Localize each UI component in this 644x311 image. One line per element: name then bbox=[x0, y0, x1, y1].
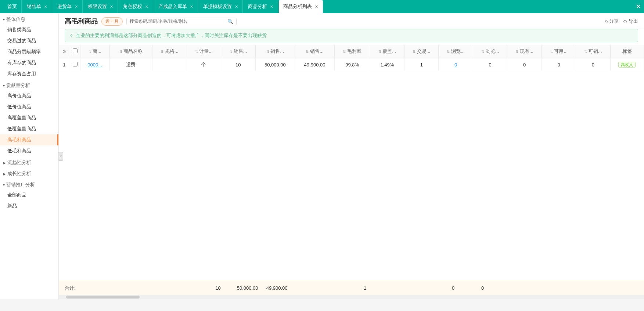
share-button[interactable]: ⎋ 分享 bbox=[605, 18, 619, 25]
toggle-sidebar-button[interactable]: « bbox=[58, 152, 63, 161]
close-icon[interactable]: ✕ bbox=[44, 4, 47, 9]
nav-tab-product-in[interactable]: 产成品入库单 ✕ bbox=[154, 0, 198, 13]
col-current[interactable]: ⇅ 现有... bbox=[507, 45, 542, 58]
col-browse1[interactable]: ⇅ 浏览... bbox=[439, 45, 473, 58]
sidebar-group-contribution[interactable]: ▾ 贡献量分析 bbox=[0, 79, 58, 90]
close-icon[interactable]: ✕ bbox=[110, 4, 113, 9]
footer-sales-count: 10 bbox=[204, 285, 233, 291]
nav-tab-role[interactable]: 角色授权 ✕ bbox=[119, 0, 153, 13]
sidebar-item-low-value[interactable]: 低价值商品 bbox=[0, 101, 58, 112]
nav-tab-purchase[interactable]: 进货单 ✕ bbox=[53, 0, 83, 13]
collapse-icon: ▶ bbox=[3, 161, 6, 165]
horizontal-scrollbar[interactable] bbox=[59, 295, 644, 299]
cell-code[interactable]: 0000... bbox=[80, 58, 109, 71]
col-checkbox[interactable] bbox=[70, 45, 80, 58]
cell-browse1[interactable]: 0 bbox=[439, 58, 473, 71]
col-unit[interactable]: ⇅ 计量... bbox=[187, 45, 221, 58]
cell-sales-count: 10 bbox=[221, 58, 255, 71]
nav-tab-sales[interactable]: 销售单 ✕ bbox=[22, 0, 52, 13]
filter-month-button[interactable]: 近一月 bbox=[101, 17, 123, 26]
close-icon[interactable]: ✕ bbox=[190, 4, 193, 9]
close-icon[interactable]: ✕ bbox=[145, 4, 148, 9]
cell-transaction: 1 bbox=[404, 58, 439, 71]
header-actions: ⎋ 分享 ⊙ 导出 bbox=[605, 18, 638, 25]
collapse-icon: ▾ bbox=[3, 18, 5, 22]
table-footer: 合计: 10 50,000.00 49,900.00 1 0 0 bbox=[59, 281, 644, 295]
footer-sales-amount: 50,000.00 bbox=[233, 285, 262, 291]
nav-tab-analysis-list[interactable]: 商品分析列表 ✕ bbox=[279, 0, 323, 13]
sidebar-item-contribution-freq[interactable]: 商品分贡献频率 bbox=[0, 46, 58, 57]
cell-checkbox[interactable] bbox=[70, 58, 80, 71]
sidebar-item-in-stock[interactable]: 有库存的商品 bbox=[0, 57, 58, 68]
table-row: 1 0000... 运费 个 10 50,000.00 49,900.00 99… bbox=[59, 58, 644, 71]
search-input[interactable] bbox=[130, 19, 226, 24]
sidebar-group-growth[interactable]: ▶ 成长性分析 bbox=[0, 167, 58, 178]
sidebar-item-sales-goods[interactable]: 销售类商品 bbox=[0, 24, 58, 35]
col-gross-rate[interactable]: ⇅ 毛利率 bbox=[334, 45, 370, 58]
col-sales-cost[interactable]: ⇅ 销售... bbox=[295, 45, 335, 58]
col-coverage[interactable]: ⇅ 覆盖... bbox=[370, 45, 404, 58]
close-icon[interactable]: ✕ bbox=[315, 4, 318, 9]
sidebar: ▾ 整体信息 销售类商品 交易过的商品 商品分贡献频率 有库存的商品 库存资金占… bbox=[0, 13, 59, 299]
page-title: 高毛利商品 bbox=[65, 17, 98, 26]
cell-browse2: 0 bbox=[473, 58, 507, 71]
footer-label: 合计: bbox=[65, 285, 76, 292]
sidebar-item-all-goods[interactable]: 全部商品 bbox=[0, 189, 58, 200]
settings-icon[interactable]: ⚙ bbox=[62, 49, 66, 54]
close-icon[interactable]: ✕ bbox=[235, 4, 238, 9]
nav-tab-analysis[interactable]: 商品分析 ✕ bbox=[244, 0, 278, 13]
sidebar-group-marketing[interactable]: ▾ 营销推广分析 bbox=[0, 178, 58, 189]
top-nav: 首页 销售单 ✕ 进货单 ✕ 权限设置 ✕ 角色授权 ✕ 产成品入库单 ✕ 单据… bbox=[0, 0, 644, 13]
col-sales-count[interactable]: ⇅ 销售... bbox=[221, 45, 255, 58]
sidebar-item-inventory-capital[interactable]: 库存资金占用 bbox=[0, 68, 58, 79]
sidebar-item-traded-goods[interactable]: 交易过的商品 bbox=[0, 35, 58, 46]
col-spec[interactable]: ⇅ 规格... bbox=[152, 45, 187, 58]
close-icon[interactable]: ✕ bbox=[270, 4, 273, 9]
footer-cells: 10 50,000.00 49,900.00 1 0 0 bbox=[83, 285, 638, 291]
select-all-checkbox[interactable] bbox=[73, 48, 78, 53]
sidebar-item-low-coverage[interactable]: 低覆盖量商品 bbox=[0, 123, 58, 134]
col-browse2[interactable]: ⇅ 浏览... bbox=[473, 45, 507, 58]
row-checkbox[interactable] bbox=[73, 62, 78, 66]
share-icon: ⎋ bbox=[605, 19, 608, 24]
sidebar-group-overall[interactable]: ▾ 整体信息 bbox=[0, 13, 58, 24]
data-table: ⚙ ⇅ 商... ⇅ 商品名称 bbox=[59, 45, 644, 71]
nav-tab-home[interactable]: 首页 bbox=[3, 0, 22, 13]
sidebar-item-high-margin[interactable]: 高毛利商品 bbox=[0, 134, 58, 145]
nav-tab-permission[interactable]: 权限设置 ✕ bbox=[83, 0, 118, 13]
col-tag[interactable]: 标签 bbox=[610, 45, 644, 58]
search-box: 🔍 bbox=[126, 18, 237, 25]
cell-sales-amount: 50,000.00 bbox=[255, 58, 295, 71]
cell-name: 运费 bbox=[109, 58, 152, 71]
cell-available: 0 bbox=[542, 58, 576, 71]
footer-transaction: 1 bbox=[350, 285, 380, 291]
col-transaction[interactable]: ⇅ 交易... bbox=[404, 45, 439, 58]
col-sales-amount[interactable]: ⇅ 销售... bbox=[255, 45, 295, 58]
col-available[interactable]: ⇅ 可用... bbox=[542, 45, 576, 58]
search-icon[interactable]: 🔍 bbox=[227, 19, 233, 24]
cell-sales-cost: 49,900.00 bbox=[295, 58, 335, 71]
cell-index: 1 bbox=[59, 58, 70, 71]
scroll-thumb[interactable] bbox=[66, 296, 140, 299]
footer-sales-cost: 49,900.00 bbox=[262, 285, 292, 291]
col-saleable[interactable]: ⇅ 可销... bbox=[576, 45, 610, 58]
sidebar-item-high-value[interactable]: 高价值商品 bbox=[0, 90, 58, 101]
footer-available: 0 bbox=[468, 285, 497, 291]
sidebar-item-low-margin[interactable]: 低毛利商品 bbox=[0, 145, 58, 156]
export-icon: ⊙ bbox=[623, 19, 627, 24]
data-table-wrapper: ⚙ ⇅ 商... ⇅ 商品名称 bbox=[59, 45, 644, 281]
col-name[interactable]: ⇅ 商品名称 bbox=[109, 45, 152, 58]
close-icon[interactable]: ✕ bbox=[75, 4, 78, 9]
col-settings[interactable]: ⚙ bbox=[59, 45, 70, 58]
nav-tab-template[interactable]: 单据模板设置 ✕ bbox=[199, 0, 243, 13]
collapse-icon: ▾ bbox=[3, 84, 5, 88]
footer-current: 0 bbox=[439, 285, 468, 291]
sidebar-group-trend[interactable]: ▶ 流趋性分析 bbox=[0, 156, 58, 167]
close-all-tabs[interactable]: ✕ bbox=[636, 3, 641, 11]
sidebar-item-high-coverage[interactable]: 高覆盖量商品 bbox=[0, 112, 58, 123]
cell-saleable: 0 bbox=[576, 58, 610, 71]
export-button[interactable]: ⊙ 导出 bbox=[623, 18, 638, 25]
sidebar-item-new-goods[interactable]: 新品 bbox=[0, 200, 58, 211]
cell-current: 0 bbox=[507, 58, 542, 71]
col-code[interactable]: ⇅ 商... bbox=[80, 45, 109, 58]
